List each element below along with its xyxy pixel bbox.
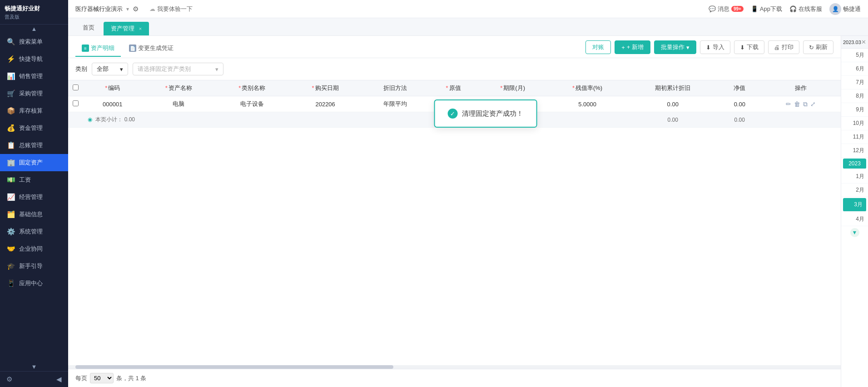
subtotal-original: 0.00 <box>124 116 135 123</box>
copy-icon[interactable]: ⧉ <box>803 100 808 108</box>
col-category: *类别名称 <box>215 80 288 96</box>
sidebar-item-purchase[interactable]: 🛒 采购管理 <box>0 85 68 102</box>
col-residual-rate: *残值率(%) <box>547 80 627 96</box>
timeline-month-10[interactable]: 10月 <box>841 117 868 130</box>
sidebar-item-salary[interactable]: 💵 工资 <box>0 171 68 189</box>
category-all-select[interactable]: 全部 ▾ <box>92 63 128 75</box>
tab-close-icon[interactable]: × <box>139 26 142 31</box>
pagination-bar: 每页 50 100 条，共 1 条 <box>68 369 841 387</box>
edit-icon[interactable]: ✏ <box>786 100 791 108</box>
print-button[interactable]: 🖨 打印 <box>768 40 799 54</box>
timeline-month-8[interactable]: 8月 <box>841 89 868 103</box>
user-name: 畅捷通 <box>843 5 861 13</box>
import-button[interactable]: ⬇ 导入 <box>700 40 730 54</box>
batch-chevron-icon: ▾ <box>686 44 689 51</box>
col-name: *资产名称 <box>142 80 215 96</box>
collapse-icon[interactable]: ◀ <box>56 375 62 383</box>
timeline-month-2[interactable]: 2月 <box>841 184 868 197</box>
message-label: 消息 <box>718 5 729 13</box>
sidebar-item-label: 库存核算 <box>19 107 43 115</box>
sidebar-item-search[interactable]: 🔍 搜索菜单 <box>0 33 68 50</box>
delete-icon[interactable]: 🗑 <box>794 100 800 108</box>
company-chevron-icon[interactable]: ▾ <box>126 6 129 12</box>
per-page-select[interactable]: 50 100 <box>90 373 114 383</box>
col-original-value: *原值 <box>429 80 478 96</box>
message-icon: 💬 <box>709 5 716 12</box>
main-content: ≡ 资产明细 📄 变更生成凭证 对账 + + 新增 批量操作 <box>68 36 841 387</box>
sidebar-item-basic-info[interactable]: 🗂️ 基础信息 <box>0 206 68 223</box>
sidebar-item-ledger[interactable]: 📋 总账管理 <box>0 137 68 154</box>
plus-icon: + <box>621 44 625 51</box>
refresh-button[interactable]: ↻ 刷新 <box>803 40 833 54</box>
category-select[interactable]: 请选择固定资产类别 ▾ <box>133 63 223 75</box>
table-wrapper: *编码 *资产名称 *类别名称 *购买日期 折旧方法 *原值 *期限(月) *残… <box>68 80 841 365</box>
timeline-panel: 2023.03 ✕ ⤢ 5月 6月 7月 8月 9月 10月 11月 12月 2… <box>841 36 868 387</box>
timeline-close-icon[interactable]: ✕ <box>861 39 866 45</box>
sidebar-item-sales[interactable]: 📊 销售管理 <box>0 68 68 85</box>
timeline-down-icon[interactable]: ▼ <box>850 228 859 237</box>
row-checkbox[interactable] <box>73 100 79 106</box>
timeline-year-2023[interactable]: 2023 <box>843 159 866 169</box>
sidebar-item-label: 销售管理 <box>19 72 43 80</box>
timeline-month-1[interactable]: 1月 <box>841 170 868 184</box>
download-button[interactable]: ⬇ 下载 <box>734 40 764 54</box>
sidebar-item-appstore[interactable]: 📱 应用中心 <box>0 275 68 292</box>
topbar: 医疗器械行业演示 ▾ ⚙ ☁ 我要体验一下 💬 消息 99+ 📱 App下载 🎧… <box>68 0 868 18</box>
select-all-checkbox[interactable] <box>73 84 79 90</box>
timeline-month-6[interactable]: 6月 <box>841 62 868 76</box>
sidebar-item-system[interactable]: ⚙️ 系统管理 <box>0 223 68 240</box>
cell-actions: ✏ 🗑 ⧉ ⤢ <box>761 96 841 112</box>
salary-icon: 💵 <box>6 176 15 184</box>
tab-home[interactable]: 首页 <box>75 21 102 35</box>
online-service-button[interactable]: 🎧 在线客服 <box>789 5 822 13</box>
scrollbar-thumb[interactable] <box>75 365 393 369</box>
sidebar-item-guide[interactable]: 🎓 新手引导 <box>0 258 68 275</box>
reconcile-button[interactable]: 对账 <box>585 40 611 54</box>
timeline-month-12[interactable]: 12月 <box>841 144 868 158</box>
sidebar-item-operations[interactable]: 📈 经营管理 <box>0 189 68 206</box>
timeline-month-3-active[interactable]: 3月 <box>843 198 866 212</box>
sub-tab-change-voucher[interactable]: 📄 变更生成凭证 <box>123 41 180 57</box>
appstore-icon: 📱 <box>6 279 15 288</box>
timeline-month-4[interactable]: 4月 <box>841 213 868 226</box>
timeline-month-9[interactable]: 9月 <box>841 103 868 117</box>
sidebar-item-label: 应用中心 <box>19 279 43 288</box>
sidebar-scroll-down[interactable]: ▼ <box>0 362 68 371</box>
message-button[interactable]: 💬 消息 99+ <box>709 5 744 13</box>
timeline-month-11[interactable]: 11月 <box>841 130 868 144</box>
settings-icon[interactable]: ⚙ <box>6 375 12 383</box>
sidebar-item-quicknav[interactable]: ⚡ 快捷导航 <box>0 50 68 68</box>
asset-detail-icon: ≡ <box>82 45 89 52</box>
sidebar-item-cooperation[interactable]: 🤝 企业协同 <box>0 240 68 258</box>
sidebar-item-label: 工资 <box>19 176 31 184</box>
user-avatar: 👤 <box>829 3 841 15</box>
timeline-month-7[interactable]: 7月 <box>841 76 868 89</box>
table-header-row: *编码 *资产名称 *类别名称 *购买日期 折旧方法 *原值 *期限(月) *残… <box>68 80 841 96</box>
sidebar-item-label: 基础信息 <box>19 210 43 218</box>
sidebar-item-finance[interactable]: 💰 资金管理 <box>0 119 68 137</box>
sidebar-item-label: 搜索菜单 <box>19 38 43 46</box>
sidebar-item-label: 固定资产 <box>19 159 43 167</box>
sidebar-item-label: 企业协同 <box>19 245 43 253</box>
user-menu[interactable]: 👤 畅捷通 <box>829 3 861 15</box>
tab-asset-management[interactable]: 资产管理 × <box>104 22 149 35</box>
company-gear-icon[interactable]: ⚙ <box>133 5 139 13</box>
timeline-month-5[interactable]: 5月 <box>841 49 868 62</box>
sidebar-item-label: 系统管理 <box>19 228 43 236</box>
sidebar-item-inventory[interactable]: 📦 库存核算 <box>0 102 68 119</box>
more-icon[interactable]: ⤢ <box>810 100 816 108</box>
sidebar-item-label: 总账管理 <box>19 141 43 149</box>
sidebar-scroll-up[interactable]: ▲ <box>0 25 68 33</box>
system-icon: ⚙️ <box>6 228 15 236</box>
horizontal-scrollbar[interactable] <box>68 365 841 369</box>
sub-tab-asset-detail[interactable]: ≡ 资产明细 <box>75 41 121 57</box>
success-message: 清理固定资产成功！ <box>462 109 523 118</box>
change-voucher-icon: 📄 <box>129 45 136 52</box>
topbar-right: 💬 消息 99+ 📱 App下载 🎧 在线客服 👤 畅捷通 <box>709 3 861 15</box>
app-logo-main: 畅捷通好业财 <box>5 5 40 13</box>
sidebar-item-fixed-assets[interactable]: 🏢 固定资产 <box>0 154 68 171</box>
new-button[interactable]: + + 新增 <box>615 40 650 54</box>
batch-button[interactable]: 批量操作 ▾ <box>654 40 696 54</box>
timeline-scroll: 5月 6月 7月 8月 9月 10月 11月 12月 2023 1月 2月 3月… <box>841 49 868 387</box>
app-download-button[interactable]: 📱 App下载 <box>751 5 782 13</box>
